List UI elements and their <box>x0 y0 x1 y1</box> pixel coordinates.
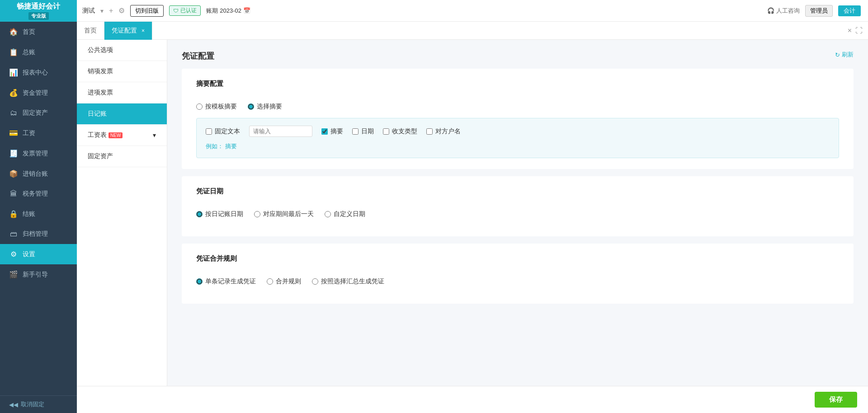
add-icon[interactable]: + <box>109 7 113 15</box>
invoice-icon: 🧾 <box>9 149 18 158</box>
radio-merge-rule-label: 合并规则 <box>276 277 301 286</box>
sidebar-item-archive[interactable]: 🗃 归档管理 <box>0 224 77 244</box>
unpin-label: 取消固定 <box>21 400 44 408</box>
counterparty-label: 对方户名 <box>435 127 461 136</box>
unpin-button[interactable]: ◀◀ 取消固定 <box>0 395 77 413</box>
left-nav-sales-invoice[interactable]: 销项发票 <box>77 61 167 82</box>
accountant-button[interactable]: 会计 <box>838 5 861 16</box>
settings-icon[interactable]: ⚙ <box>118 6 125 15</box>
fixed-text-input[interactable] <box>249 126 312 137</box>
right-panel: 凭证配置 ↻ 刷新 摘要配置 按模板摘要 选择摘要 <box>167 40 868 386</box>
archive-icon: 🗃 <box>9 230 18 238</box>
tab-close-icon[interactable]: × <box>142 28 145 34</box>
checkbox-summary[interactable]: 摘要 <box>321 127 343 136</box>
left-nav-payroll[interactable]: 工资表NEW ▾ <box>77 125 167 146</box>
sidebar-item-label: 固定资产 <box>23 109 48 117</box>
sidebar-item-reports[interactable]: 📊 报表中心 <box>0 62 77 83</box>
save-button[interactable]: 保存 <box>815 392 857 408</box>
fixed-text-label: 固定文本 <box>215 127 240 136</box>
sidebar-item-label: 工资 <box>23 129 35 137</box>
refresh-button[interactable]: ↻ 刷新 <box>835 51 854 59</box>
checkbox-income-type-input[interactable] <box>383 128 389 135</box>
date-radio-group: 按日记账日期 对应期间最后一天 自定义日期 <box>196 210 839 218</box>
radio-select-summary-input[interactable] <box>248 103 254 110</box>
period-info: 账期 2023-02 📅 <box>206 7 250 15</box>
checkbox-date[interactable]: 日期 <box>352 127 374 136</box>
sidebar-item-close[interactable]: 🔒 结账 <box>0 204 77 224</box>
tab-home-label: 首页 <box>84 27 97 35</box>
sidebar-item-funds[interactable]: 💰 资金管理 <box>0 83 77 103</box>
logo-sub: 专业版 <box>28 12 49 20</box>
summary-options-box: 固定文本 摘要 日期 收支类型 <box>196 118 839 158</box>
radio-period-last[interactable]: 对应期间最后一天 <box>254 210 314 218</box>
checkbox-income-type[interactable]: 收支类型 <box>383 127 417 136</box>
radio-template-summary-input[interactable] <box>196 103 203 110</box>
left-nav-journal[interactable]: 日记账 <box>77 103 167 125</box>
checkbox-fixed-text-input[interactable] <box>206 128 212 135</box>
sidebar-item-tax[interactable]: 🏛 税务管理 <box>0 184 77 204</box>
sidebar-item-label: 总账 <box>23 48 35 56</box>
sidebar-item-assets[interactable]: 🗂 固定资产 <box>0 103 77 123</box>
radio-select-summary[interactable]: 按照选择汇总生成凭证 <box>312 277 384 286</box>
radio-custom-date-input[interactable] <box>325 211 331 217</box>
sidebar-item-home[interactable]: 🏠 首页 <box>0 22 77 42</box>
left-nav: 公共选项 销项发票 进项发票 日记账 工资表NEW ▾ 固定资产 <box>77 40 167 386</box>
radio-journal-date-input[interactable] <box>196 211 203 217</box>
checkbox-summary-input[interactable] <box>321 128 328 135</box>
checkbox-counterparty[interactable]: 对方户名 <box>426 127 461 136</box>
fullscreen-icon[interactable]: ⛶ <box>855 27 863 35</box>
manager-button[interactable]: 管理员 <box>805 5 833 17</box>
topbar-right: 🎧 人工咨询 管理员 会计 <box>767 5 861 17</box>
merge-radio-group: 单条记录生成凭证 合并规则 按照选择汇总生成凭证 <box>196 277 839 286</box>
radio-merge-rule[interactable]: 合并规则 <box>267 277 301 286</box>
close-window-icon[interactable]: × <box>848 27 852 35</box>
radio-template-summary[interactable]: 按模板摘要 <box>196 103 237 111</box>
date-section-title: 凭证日期 <box>196 187 839 201</box>
content-area: 公共选项 销项发票 进项发票 日记账 工资表NEW ▾ 固定资产 凭证配置 ↻ … <box>77 40 868 386</box>
sidebar-item-ledger[interactable]: 📋 总账 <box>0 42 77 62</box>
radio-select-summary-input[interactable] <box>312 278 318 285</box>
checkbox-date-input[interactable] <box>352 128 359 135</box>
left-nav-public[interactable]: 公共选项 <box>77 40 167 61</box>
calendar-icon[interactable]: 📅 <box>243 7 250 14</box>
service-button[interactable]: 🎧 人工咨询 <box>767 7 800 15</box>
checkbox-counterparty-input[interactable] <box>426 128 433 135</box>
period-label: 账期 <box>206 7 218 15</box>
radio-journal-date[interactable]: 按日记账日期 <box>196 210 243 218</box>
checkbox-group: 固定文本 摘要 日期 收支类型 <box>206 126 830 137</box>
radio-single-input[interactable] <box>196 278 203 285</box>
date-label: 日期 <box>361 127 374 136</box>
summary-radio-group: 按模板摘要 选择摘要 <box>196 103 839 111</box>
project-name: 测试 <box>82 7 95 15</box>
sidebar-item-purchase[interactable]: 📦 进销台账 <box>0 164 77 184</box>
payroll-label: 工资表NEW <box>88 131 123 139</box>
service-label: 人工咨询 <box>776 7 800 15</box>
tab-voucher-config[interactable]: 凭证配置 × <box>104 22 152 40</box>
radio-merge-rule-input[interactable] <box>267 278 273 285</box>
left-nav-purchase-invoice[interactable]: 进项发票 <box>77 82 167 103</box>
logo-text: 畅捷通好会计 <box>17 2 60 11</box>
old-version-button[interactable]: 切到旧版 <box>130 5 164 17</box>
sidebar-item-wages[interactable]: 💳 工资 <box>0 123 77 143</box>
tab-bar: 首页 凭证配置 × × ⛶ <box>77 22 868 40</box>
chevron-down-icon[interactable]: ▾ <box>100 7 104 14</box>
sidebar-item-invoice-mgr[interactable]: 🧾 发票管理 <box>0 143 77 164</box>
left-nav-fixed-assets[interactable]: 固定资产 <box>77 146 167 167</box>
sidebar-item-settings[interactable]: ⚙ 设置 <box>0 244 77 264</box>
shield-icon: 🛡 <box>173 8 179 14</box>
tab-home[interactable]: 首页 <box>77 22 104 40</box>
radio-select-summary-label: 选择摘要 <box>257 103 282 111</box>
radio-custom-date[interactable]: 自定义日期 <box>325 210 365 218</box>
checkbox-fixed-text[interactable]: 固定文本 <box>206 127 240 136</box>
radio-select-summary[interactable]: 选择摘要 <box>248 103 282 111</box>
radio-single[interactable]: 单条记录生成凭证 <box>196 277 256 286</box>
headset-icon: 🎧 <box>767 7 774 14</box>
summary-label: 摘要 <box>330 127 343 136</box>
ledger-icon: 📋 <box>9 48 18 56</box>
chevron-right-icon: ▾ <box>153 131 156 139</box>
radio-single-label: 单条记录生成凭证 <box>205 277 256 286</box>
main: 首页 凭证配置 × × ⛶ 公共选项 销项发票 进项发票 日记账 工资表NEW … <box>77 22 868 413</box>
sidebar-item-newbie[interactable]: 🎬 新手引导 <box>0 264 77 285</box>
topbar: 畅捷通好会计 专业版 测试 ▾ + ⚙ 切到旧版 🛡 已认证 账期 2023-0… <box>0 0 868 22</box>
radio-period-last-input[interactable] <box>254 211 260 217</box>
